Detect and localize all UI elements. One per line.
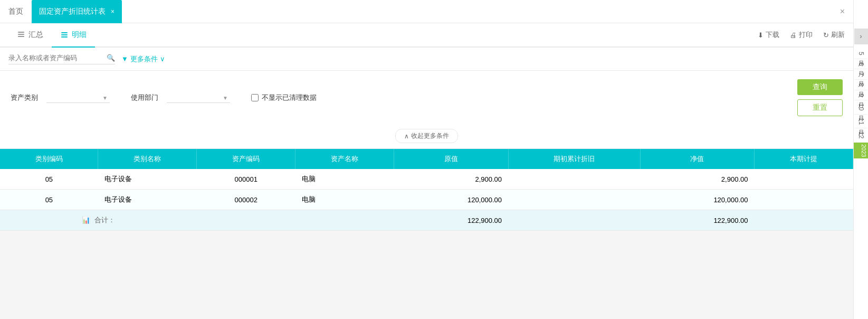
sidebar-month-item[interactable]: 5月 [854,49,867,59]
cell-asset-code: 000002 [197,190,295,210]
collapse-label: 收起更多条件 [411,132,449,140]
department-label: 使用部门 [131,93,163,102]
month-list: 5月6月7月8月9月10月11月12月 [854,49,867,143]
total-current-provision [754,210,853,231]
filter-icon: ▼ [121,55,128,63]
col-cat-code: 类别编码 [0,149,98,169]
cell-accum-depreciation [508,190,640,210]
year-badge[interactable]: 2023 [854,143,868,158]
total-asset-code [197,210,295,231]
sidebar-month-item[interactable]: 8月 [854,80,867,90]
cell-original-value: 120,000.00 [394,190,508,210]
sidebar-arrow-button[interactable]: › [854,29,868,44]
svg-rect-0 [18,34,24,35]
total-accum-depreciation [508,210,640,231]
table-total-row: 📊 合计： 122,900.00 122,900.00 [0,210,853,231]
cell-net-value: 2,900.00 [640,169,754,190]
chevron-up-icon: ∧ [404,133,409,140]
home-nav[interactable]: 首页 [8,7,32,16]
total-icon: 📊 [82,216,90,224]
query-button[interactable]: 查询 [797,79,843,95]
refresh-button[interactable]: ↻ 刷新 [823,30,845,40]
total-icon-cell: 📊 合计： [0,210,197,231]
sub-tabs-bar: 汇总 明细 ⬇ 下载 🖨 打印 ↻ 刷新 [0,23,853,48]
cell-current-provision [754,190,853,210]
print-button[interactable]: 🖨 打印 [790,30,813,40]
right-sidebar: › 5月6月7月8月9月10月11月12月 2023 [853,0,868,231]
collapse-bar: ∧ 收起更多条件 [11,125,843,148]
chevron-down-icon: ∨ [160,55,165,63]
cell-cat-name: 电子设备 [98,190,197,210]
sidebar-month-item[interactable]: 11月 [854,115,867,128]
tab-summary-label: 汇总 [28,30,43,40]
refresh-icon: ↻ [823,31,829,39]
collapse-button[interactable]: ∧ 收起更多条件 [395,129,458,143]
svg-rect-1 [18,36,24,37]
col-current-provision: 本期计提 [754,149,853,169]
tab-label: 固定资产折旧统计表 [39,7,106,16]
search-input[interactable] [8,54,103,62]
table-header-row: 类别编码 类别名称 资产编码 资产名称 原值 期初累计折旧 净值 本期计提 [0,149,853,169]
search-icon[interactable]: 🔍 [107,54,115,62]
department-filter: 使用部门 [131,92,230,103]
col-asset-code: 资产编码 [197,149,295,169]
total-label: 合计： [94,216,115,224]
table-row: 05 电子设备 000001 电脑 2,900.00 2,900.00 [0,169,853,190]
layers-icon [17,31,25,39]
window-close-button[interactable]: × [840,7,845,16]
asset-category-label: 资产类别 [11,93,42,102]
download-button[interactable]: ⬇ 下载 [758,30,779,40]
reset-button[interactable]: 重置 [797,99,843,116]
total-original-value: 122,900.00 [394,210,508,231]
cell-asset-name: 电脑 [295,190,394,210]
col-net-value: 净值 [640,149,754,169]
col-cat-name: 类别名称 [98,149,197,169]
sidebar-month-item[interactable]: 12月 [854,128,867,142]
department-select[interactable] [167,92,230,103]
table-row: 05 电子设备 000002 电脑 120,000.00 120,000.00 [0,190,853,210]
tab-detail-label: 明细 [72,30,87,40]
total-asset-name [295,210,394,231]
download-icon: ⬇ [758,31,764,39]
cell-cat-name: 电子设备 [98,169,197,190]
tab-detail[interactable]: 明细 [52,23,95,48]
col-original-value: 原值 [394,149,508,169]
sidebar-month-item[interactable]: 7月 [854,69,867,80]
exclude-cleared-label: 不显示已清理数据 [262,93,317,102]
cell-asset-name: 电脑 [295,169,394,190]
col-accum-depreciation: 期初累计折旧 [508,149,640,169]
exclude-cleared-checkbox[interactable] [251,94,259,101]
tab-summary[interactable]: 汇总 [8,23,52,48]
cell-current-provision [754,169,853,190]
cell-accum-depreciation [508,169,640,190]
filter-actions: 查询 重置 [797,79,843,116]
cell-original-value: 2,900.00 [394,169,508,190]
print-icon: 🖨 [790,31,797,39]
sidebar-month-item[interactable]: 6月 [854,59,867,70]
tab-close-button[interactable]: × [111,8,115,15]
exclude-cleared-checkbox-label[interactable]: 不显示已清理数据 [251,93,317,102]
list-icon [60,31,69,39]
cell-net-value: 120,000.00 [640,190,754,210]
asset-category-filter: 资产类别 [11,92,110,103]
svg-rect-4 [61,34,68,35]
col-asset-name: 资产名称 [295,149,394,169]
department-select-wrap [167,92,230,103]
cell-cat-code: 05 [0,190,98,210]
asset-category-select[interactable] [46,92,110,103]
active-tab[interactable]: 固定资产折旧统计表 × [32,0,122,23]
cell-asset-code: 000001 [197,169,295,190]
svg-rect-2 [18,32,24,33]
total-net-value: 122,900.00 [640,210,754,231]
asset-category-select-wrap [46,92,110,103]
more-conditions-button[interactable]: ▼ 更多条件 ∨ [121,54,165,64]
search-toolbar: 🔍 ▼ 更多条件 ∨ [0,48,853,71]
svg-rect-5 [61,36,68,37]
search-box: 🔍 [8,54,115,64]
data-table: 类别编码 类别名称 资产编码 资产名称 原值 期初累计折旧 净值 本期计提 05… [0,149,853,231]
svg-rect-3 [61,32,68,33]
sidebar-month-item[interactable]: 10月 [854,100,867,114]
cell-cat-code: 05 [0,169,98,190]
sidebar-month-item[interactable]: 9月 [854,90,867,101]
data-table-wrap: 类别编码 类别名称 资产编码 资产名称 原值 期初累计折旧 净值 本期计提 05… [0,149,853,231]
